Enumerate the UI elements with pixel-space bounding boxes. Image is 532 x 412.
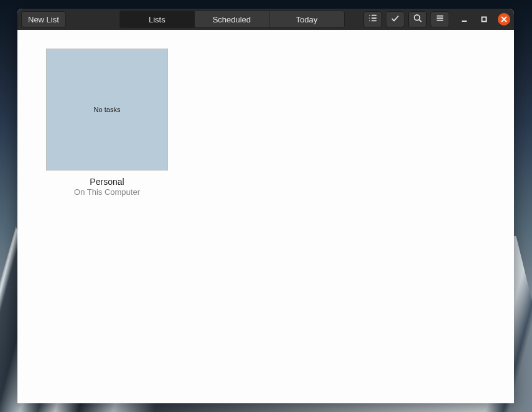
svg-point-4 — [369, 21, 370, 22]
list-tile: No tasks — [46, 49, 168, 171]
hamburger-icon — [436, 14, 444, 25]
menu-button[interactable] — [431, 11, 449, 27]
list-title: Personal — [90, 177, 124, 187]
tab-scheduled[interactable]: Scheduled — [195, 11, 269, 27]
svg-point-0 — [369, 15, 370, 16]
list-card[interactable]: No tasks Personal On This Computer — [46, 49, 168, 197]
svg-rect-12 — [482, 17, 487, 22]
tasks-window: New List Lists Scheduled Today — [17, 9, 514, 403]
lists-grid: No tasks Personal On This Computer — [17, 30, 514, 403]
close-icon — [501, 14, 507, 25]
maximize-icon — [481, 14, 487, 25]
check-icon — [391, 14, 399, 25]
tab-lists[interactable]: Lists — [120, 11, 195, 27]
empty-state-text: No tasks — [94, 106, 121, 113]
list-source: On This Computer — [74, 187, 140, 197]
svg-line-7 — [419, 20, 422, 22]
search-icon — [413, 14, 422, 25]
list-icon — [368, 14, 377, 25]
view-switcher: Lists Scheduled Today — [119, 11, 345, 28]
search-button[interactable] — [408, 11, 427, 27]
minimize-button[interactable] — [458, 13, 470, 26]
maximize-button[interactable] — [478, 13, 490, 26]
minimize-icon — [461, 14, 467, 25]
svg-point-2 — [369, 17, 370, 19]
new-list-button[interactable]: New List — [21, 11, 66, 27]
svg-point-6 — [414, 15, 420, 21]
titlebar: New List Lists Scheduled Today — [17, 9, 514, 30]
list-view-button[interactable] — [363, 11, 382, 27]
window-controls — [458, 13, 510, 26]
show-completed-button[interactable] — [386, 11, 404, 27]
tab-today[interactable]: Today — [269, 11, 344, 27]
close-button[interactable] — [498, 13, 510, 26]
